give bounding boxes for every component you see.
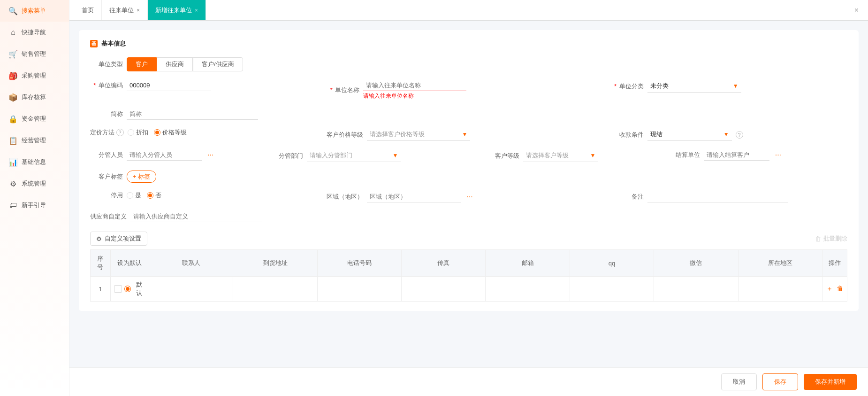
contacts-table: 序号 设为默认 联系人 到货地址 电话号码 传真 邮箱 qq 微信 所在地区 操… <box>90 249 847 302</box>
unit-type-customer-btn[interactable]: 客户 <box>127 57 157 71</box>
row-region-input[interactable] <box>742 286 818 293</box>
short-name-input[interactable] <box>127 109 258 120</box>
unit-type-both-btn[interactable]: 客户/供应商 <box>193 57 243 71</box>
add-tag-button[interactable]: + 标签 <box>127 171 156 183</box>
cell-email[interactable] <box>486 277 570 302</box>
custom-settings-button[interactable]: ⚙ 自定义项设置 <box>90 232 147 246</box>
customer-price-select[interactable]: 请选择客户价格等级 ▼ <box>367 128 470 141</box>
sidebar-item-guide[interactable]: 🏷 新手引导 <box>0 194 69 216</box>
department-arrow: ▼ <box>392 152 398 159</box>
customer-level-select[interactable]: 请选择客户等级 ▼ <box>523 149 598 162</box>
unit-code-group: * 单位编码 <box>90 80 327 91</box>
cell-phone[interactable] <box>317 277 401 302</box>
save-and-new-button[interactable]: 保存并新增 <box>804 374 857 390</box>
settlement-more-btn[interactable]: ··· <box>773 151 783 159</box>
supplier-custom-group: 供应商自定义 <box>90 211 847 222</box>
tab-home[interactable]: 首页 <box>74 0 102 20</box>
pricing-row: 定价方法 ? 折扣 价格等级 客户 <box>90 128 847 141</box>
supervisor-label: 分管人员 <box>90 151 123 159</box>
cell-fax[interactable] <box>402 277 486 302</box>
supervisor-input[interactable] <box>127 149 202 161</box>
delete-row-btn[interactable]: 🗑 <box>837 285 843 293</box>
sidebar-item-purchase[interactable]: 🎒 采购管理 <box>0 65 69 86</box>
tab-partners[interactable]: 往来单位 × <box>102 0 148 20</box>
content-area: 基 基本信息 单位类型 客户 供应商 客户/供应商 * <box>69 21 868 367</box>
payment-help-icon[interactable]: ? <box>736 131 743 139</box>
remark-input[interactable] <box>647 191 788 202</box>
sidebar-item-quick-nav[interactable]: ⌂ 快捷导航 <box>0 22 69 43</box>
tab-new-partner[interactable]: 新增往来单位 × <box>148 0 206 20</box>
close-partners-tab[interactable]: × <box>137 7 140 14</box>
email-input[interactable] <box>489 286 565 293</box>
tags-row: 客户标签 + 标签 <box>90 171 847 183</box>
lock-icon: 🔒 <box>8 114 18 124</box>
unit-type-supplier-btn[interactable]: 供应商 <box>157 57 193 71</box>
sidebar-item-finance[interactable]: 🔒 资金管理 <box>0 108 69 130</box>
settlement-input[interactable] <box>704 149 769 161</box>
tags-label: 客户标签 <box>90 172 123 181</box>
customer-level-label: 客户等级 <box>487 152 519 160</box>
cell-address[interactable] <box>233 277 317 302</box>
cell-wechat[interactable] <box>654 277 738 302</box>
unit-code-label: * 单位编码 <box>90 81 123 90</box>
sidebar-item-basic[interactable]: 📊 基础信息 <box>0 151 69 173</box>
address-input[interactable] <box>237 286 313 293</box>
col-phone: 电话号码 <box>317 250 401 277</box>
supplier-custom-input[interactable] <box>130 211 262 222</box>
department-label: 分管部门 <box>270 152 303 160</box>
supervisor-more-btn[interactable]: ··· <box>206 151 215 159</box>
cell-qq[interactable] <box>570 277 654 302</box>
contact-input[interactable] <box>153 286 229 293</box>
unit-category-select[interactable]: 未分类 ▼ <box>647 80 741 93</box>
col-contact: 联系人 <box>149 250 233 277</box>
sidebar: 🔍 搜索菜单 ⌂ 快捷导航 🛒 销售管理 🎒 采购管理 📦 库存核算 🔒 资金管… <box>0 0 69 396</box>
region-more-btn[interactable]: ··· <box>464 193 474 201</box>
gear-icon: ⚙ <box>8 179 18 188</box>
close-window-button[interactable]: × <box>850 6 863 15</box>
sidebar-item-stock[interactable]: 📦 库存核算 <box>0 86 69 108</box>
cell-action: ＋ 🗑 <box>822 277 847 302</box>
cell-contact[interactable] <box>149 277 233 302</box>
disable-radio-yes[interactable]: 是 <box>127 191 141 200</box>
pricing-help-icon[interactable]: ? <box>116 129 124 136</box>
qq-input[interactable] <box>574 286 650 293</box>
pricing-radio-discount[interactable]: 折扣 <box>128 128 148 137</box>
department-select[interactable]: 请输入分管部门 ▼ <box>307 149 401 162</box>
remark-label: 备注 <box>611 193 644 201</box>
remark-group: 备注 <box>611 191 847 202</box>
region-input[interactable] <box>367 191 461 202</box>
table-header-row: 序号 设为默认 联系人 到货地址 电话号码 传真 邮箱 qq 微信 所在地区 操… <box>91 250 847 277</box>
unit-name-input[interactable] <box>363 80 466 91</box>
payment-terms-select[interactable]: 现结 ▼ <box>647 128 732 141</box>
fax-input[interactable] <box>405 286 481 293</box>
cancel-button[interactable]: 取消 <box>721 373 757 390</box>
sidebar-item-search[interactable]: 🔍 搜索菜单 <box>0 0 69 22</box>
code-name-category-row: * 单位编码 * 单位名称 请输入往来单位名称 <box>90 80 847 100</box>
add-row-btn[interactable]: ＋ <box>826 285 833 293</box>
cell-region[interactable] <box>738 277 822 302</box>
unit-code-input[interactable] <box>127 80 211 91</box>
phone-input[interactable] <box>321 286 397 293</box>
payment-terms-group: 收款条件 现结 ▼ ? <box>611 128 847 141</box>
cell-default: 默认 <box>110 277 149 302</box>
customer-level-group: 客户等级 请选择客户等级 ▼ <box>487 149 667 162</box>
wechat-input[interactable] <box>658 286 734 293</box>
unit-name-label: * 单位名称 <box>327 86 359 94</box>
pricing-radio-level[interactable]: 价格等级 <box>154 128 187 137</box>
batch-delete-button[interactable]: 🗑 批量删除 <box>815 234 847 243</box>
unit-name-error: 请输入往来单位名称 <box>363 92 466 100</box>
cell-seq: 1 <box>91 277 111 302</box>
search-icon: 🔍 <box>8 6 18 16</box>
unit-type-group: 单位类型 客户 供应商 客户/供应商 <box>90 57 847 71</box>
col-action: 操作 <box>822 250 847 277</box>
default-checkbox[interactable] <box>114 285 122 293</box>
sidebar-item-sales[interactable]: 🛒 销售管理 <box>0 43 69 65</box>
default-radio[interactable]: 默认 <box>124 280 145 297</box>
sidebar-item-operation[interactable]: 📋 经营管理 <box>0 130 69 151</box>
save-button[interactable]: 保存 <box>762 373 798 390</box>
row-actions: ＋ 🗑 <box>826 285 843 293</box>
sidebar-item-system[interactable]: ⚙ 系统管理 <box>0 173 69 194</box>
close-new-partner-tab[interactable]: × <box>195 7 198 14</box>
disable-radio-no[interactable]: 否 <box>147 191 161 200</box>
col-address: 到货地址 <box>233 250 317 277</box>
